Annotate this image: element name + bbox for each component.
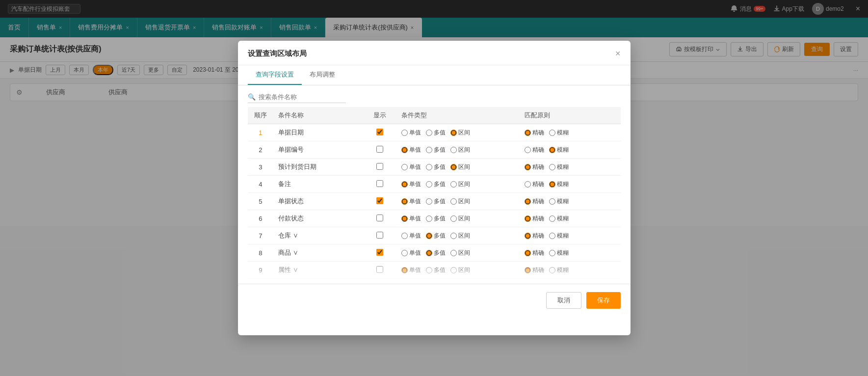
th-type: 条件类型 bbox=[396, 107, 520, 124]
table-row: 10 有无商品图片 单值 多值 区间 bbox=[248, 279, 621, 284]
cell-name: 单据日期 bbox=[273, 124, 363, 141]
cell-show[interactable] bbox=[363, 210, 396, 227]
checkbox-show[interactable] bbox=[376, 164, 383, 171]
th-match: 匹配原则 bbox=[520, 107, 620, 124]
radio-type-single[interactable]: 单值 bbox=[401, 163, 421, 171]
radio-type-single[interactable]: 单值 bbox=[401, 180, 421, 188]
match-radio-group: 精确 模糊 bbox=[525, 129, 615, 137]
table-row: 9 属性 ∨ 单值 多值 区间 bbox=[248, 262, 621, 279]
cell-match: 精确 模糊 bbox=[520, 159, 620, 176]
radio-match-exact[interactable]: 精确 bbox=[525, 129, 544, 137]
cell-show[interactable] bbox=[363, 279, 396, 284]
save-btn[interactable]: 保存 bbox=[586, 292, 621, 309]
radio-match-fuzzy[interactable]: 模糊 bbox=[549, 129, 569, 137]
table-row: 8 商品 ∨ 单值 多值 区间 bbox=[248, 244, 621, 262]
radio-match-fuzzy[interactable]: 模糊 bbox=[549, 163, 569, 171]
radio-type-range[interactable]: 区间 bbox=[450, 197, 470, 206]
checkbox-show[interactable] bbox=[376, 250, 383, 257]
radio-match-fuzzy[interactable]: 模糊 bbox=[549, 249, 569, 257]
radio-type-single[interactable]: 单值 bbox=[401, 129, 421, 137]
radio-type-single[interactable]: 单值 bbox=[401, 266, 421, 274]
cell-type: 单值 多值 区间 bbox=[396, 244, 520, 262]
cell-match: 精确 模糊 bbox=[520, 244, 620, 262]
radio-type-single[interactable]: 单值 bbox=[401, 232, 421, 240]
radio-type-multi[interactable]: 多值 bbox=[426, 215, 446, 223]
radio-type-multi[interactable]: 多值 bbox=[426, 146, 446, 154]
radio-type-range[interactable]: 区间 bbox=[450, 215, 470, 223]
search-input[interactable] bbox=[259, 93, 346, 101]
radio-type-multi[interactable]: 多值 bbox=[426, 197, 446, 206]
cell-name: 单据编号 bbox=[273, 141, 363, 159]
radio-match-exact[interactable]: 精确 bbox=[525, 283, 544, 284]
radio-type-multi[interactable]: 多值 bbox=[426, 129, 446, 137]
radio-type-range[interactable]: 区间 bbox=[450, 163, 470, 171]
radio-type-range[interactable]: 区间 bbox=[450, 266, 470, 274]
radio-type-range[interactable]: 区间 bbox=[450, 283, 470, 284]
radio-type-range[interactable]: 区间 bbox=[450, 180, 470, 188]
radio-type-multi[interactable]: 多值 bbox=[426, 180, 446, 188]
checkbox-show[interactable] bbox=[376, 198, 383, 206]
radio-type-single[interactable]: 单值 bbox=[401, 283, 421, 284]
radio-type-multi[interactable]: 多值 bbox=[426, 163, 446, 171]
radio-type-range[interactable]: 区间 bbox=[450, 129, 470, 137]
cell-name: 预计到货日期 bbox=[273, 159, 363, 176]
radio-type-multi[interactable]: 多值 bbox=[426, 232, 446, 240]
radio-type-single[interactable]: 单值 bbox=[401, 146, 421, 154]
modal-tab-layout[interactable]: 布局调整 bbox=[302, 65, 343, 85]
radio-match-fuzzy[interactable]: 模糊 bbox=[549, 197, 569, 206]
cell-show[interactable] bbox=[363, 227, 396, 244]
radio-match-exact[interactable]: 精确 bbox=[525, 180, 544, 188]
cell-name: 属性 ∨ bbox=[273, 262, 363, 279]
radio-type-single[interactable]: 单值 bbox=[401, 197, 421, 206]
radio-match-exact[interactable]: 精确 bbox=[525, 232, 544, 240]
radio-match-fuzzy[interactable]: 模糊 bbox=[549, 266, 569, 274]
radio-type-range[interactable]: 区间 bbox=[450, 232, 470, 240]
cell-show[interactable] bbox=[363, 176, 396, 193]
cell-show[interactable] bbox=[363, 159, 396, 176]
match-radio-group: 精确 模糊 bbox=[525, 266, 615, 274]
checkbox-show[interactable] bbox=[376, 267, 383, 274]
cell-type: 单值 多值 区间 bbox=[396, 193, 520, 210]
radio-type-single[interactable]: 单值 bbox=[401, 249, 421, 257]
radio-type-multi[interactable]: 多值 bbox=[426, 249, 446, 257]
radio-type-single[interactable]: 单值 bbox=[401, 215, 421, 223]
cell-show[interactable] bbox=[363, 244, 396, 262]
radio-match-fuzzy[interactable]: 模糊 bbox=[549, 215, 569, 223]
radio-type-range[interactable]: 区间 bbox=[450, 249, 470, 257]
cell-order: 9 bbox=[248, 262, 273, 279]
radio-match-exact[interactable]: 精确 bbox=[525, 215, 544, 223]
radio-type-multi[interactable]: 多值 bbox=[426, 266, 446, 274]
radio-match-fuzzy[interactable]: 模糊 bbox=[549, 180, 569, 188]
cell-show[interactable] bbox=[363, 262, 396, 279]
checkbox-show[interactable] bbox=[376, 233, 383, 240]
cell-show[interactable] bbox=[363, 141, 396, 159]
modal-tab-fields[interactable]: 查询字段设置 bbox=[248, 65, 302, 85]
cell-show[interactable] bbox=[363, 124, 396, 141]
checkbox-show[interactable] bbox=[376, 215, 383, 223]
cell-order: 2 bbox=[248, 141, 273, 159]
cell-name: 付款状态 bbox=[273, 210, 363, 227]
cell-name: 商品 ∨ bbox=[273, 244, 363, 262]
cancel-btn[interactable]: 取消 bbox=[546, 292, 581, 309]
cell-show[interactable] bbox=[363, 193, 396, 210]
radio-match-fuzzy[interactable]: 模糊 bbox=[549, 232, 569, 240]
type-radio-group: 单值 多值 区间 bbox=[401, 232, 515, 240]
cell-match: 精确 模糊 bbox=[520, 176, 620, 193]
table-row: 5 单据状态 单值 多值 区间 bbox=[248, 193, 621, 210]
radio-match-exact[interactable]: 精确 bbox=[525, 146, 544, 154]
cell-match: 精确 模糊 bbox=[520, 279, 620, 284]
radio-type-range[interactable]: 区间 bbox=[450, 146, 470, 154]
checkbox-show[interactable] bbox=[376, 147, 383, 154]
radio-match-exact[interactable]: 精确 bbox=[525, 266, 544, 274]
modal-table-wrap: 顺序 条件名称 显示 条件类型 匹配原则 1 单据日期 bbox=[238, 107, 631, 284]
radio-type-multi[interactable]: 多值 bbox=[426, 283, 446, 284]
checkbox-show[interactable] bbox=[376, 130, 383, 137]
cell-order: 8 bbox=[248, 244, 273, 262]
modal-close-btn[interactable]: × bbox=[615, 49, 621, 59]
radio-match-fuzzy[interactable]: 模糊 bbox=[549, 146, 569, 154]
radio-match-exact[interactable]: 精确 bbox=[525, 163, 544, 171]
radio-match-exact[interactable]: 精确 bbox=[525, 249, 544, 257]
radio-match-exact[interactable]: 精确 bbox=[525, 197, 544, 206]
radio-match-fuzzy[interactable]: 模糊 bbox=[549, 283, 569, 284]
checkbox-show[interactable] bbox=[376, 181, 383, 188]
